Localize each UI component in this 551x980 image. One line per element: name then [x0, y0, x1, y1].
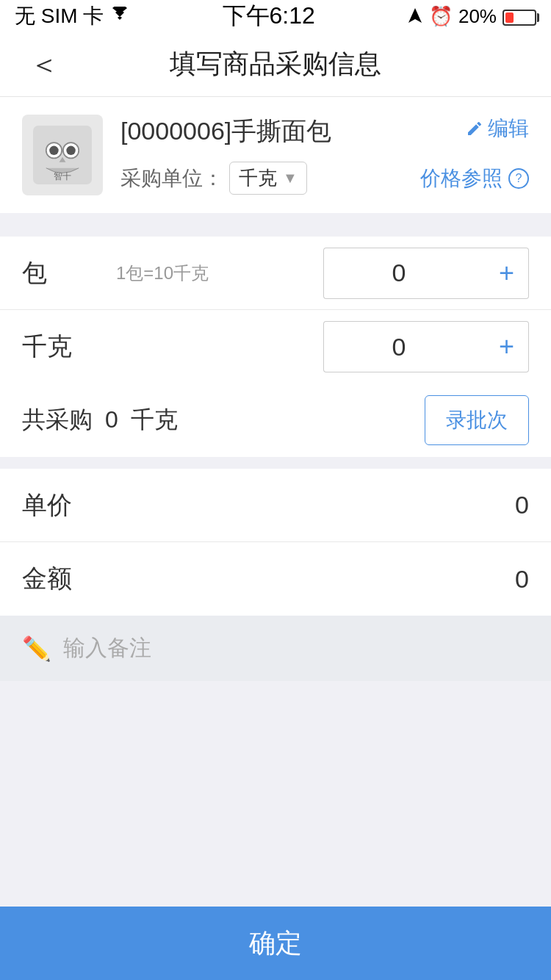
svg-text:?: ? — [516, 172, 522, 184]
svg-point-4 — [66, 146, 75, 155]
amount-label: 金额 — [22, 562, 72, 596]
status-bar-time: 下午6:12 — [223, 0, 315, 32]
bao-input-wrap: + — [323, 248, 529, 299]
unit-label: 采购单位： — [120, 165, 223, 192]
bao-input-section: 包 1包=10千克 + 千克 + — [0, 237, 551, 383]
status-bar-right: ⏰ 20% — [407, 5, 536, 28]
product-unit-row: 采购单位： 千克 ▼ 价格参照 ? — [120, 162, 529, 195]
total-text: 共采购 0 千克 — [22, 404, 425, 436]
battery-percent: 20% — [458, 5, 497, 28]
nav-bar: ＜ 填写商品采购信息 — [0, 32, 551, 97]
bao-sublabel: 1包=10千克 — [116, 262, 323, 285]
wifi-icon — [109, 4, 130, 28]
kg-input-wrap: + — [323, 321, 529, 372]
section-divider-2 — [0, 457, 551, 469]
dropdown-arrow-icon: ▼ — [283, 170, 298, 187]
product-section: 智十 [0000006]手撕面包 编辑 采购单位： 千克 ▼ — [0, 97, 551, 213]
page-title: 填写商品采购信息 — [170, 46, 381, 82]
confirm-button[interactable]: 确定 — [0, 907, 551, 980]
content-area — [0, 681, 551, 901]
product-info: [0000006]手撕面包 编辑 采购单位： 千克 ▼ 价格参照 ? — [120, 115, 529, 195]
back-button[interactable]: ＜ — [22, 37, 66, 92]
unit-selector[interactable]: 千克 ▼ — [229, 162, 307, 195]
location-icon — [407, 5, 423, 28]
price-reference-button[interactable]: 价格参照 ? — [420, 165, 529, 192]
amount-value: 0 — [515, 565, 529, 594]
battery-icon — [503, 5, 536, 28]
product-logo: 智十 — [33, 126, 92, 184]
product-header: [0000006]手撕面包 编辑 — [120, 115, 529, 148]
bao-label: 包 — [22, 256, 110, 290]
remark-section[interactable]: ✏️ 输入备注 — [0, 616, 551, 681]
batch-button[interactable]: 录批次 — [425, 395, 529, 445]
status-bar: 无 SIM 卡 下午6:12 ⏰ 20% — [0, 0, 551, 32]
edit-button[interactable]: 编辑 — [466, 115, 529, 143]
status-bar-left: 无 SIM 卡 — [15, 2, 130, 30]
remark-placeholder: 输入备注 — [63, 633, 151, 663]
unit-price-value: 0 — [515, 491, 529, 519]
kg-input[interactable] — [323, 321, 485, 372]
price-section: 单价 0 金额 0 — [0, 469, 551, 616]
unit-price-row: 单价 0 — [0, 469, 551, 542]
kg-label: 千克 — [22, 330, 110, 364]
unit-value: 千克 — [239, 165, 277, 191]
kg-input-row: 千克 + — [0, 310, 551, 383]
bao-input-row: 包 1包=10千克 + — [0, 237, 551, 310]
svg-point-3 — [49, 146, 58, 155]
alarm-icon: ⏰ — [429, 5, 453, 28]
unit-price-label: 单价 — [22, 489, 72, 522]
amount-row: 金额 0 — [0, 542, 551, 616]
bao-input[interactable] — [323, 248, 485, 299]
kg-plus-button[interactable]: + — [485, 321, 529, 372]
no-sim-text: 无 SIM 卡 — [15, 2, 104, 30]
product-image: 智十 — [22, 115, 103, 195]
section-divider-1 — [0, 225, 551, 237]
pencil-icon: ✏️ — [22, 635, 51, 663]
svg-text:智十: 智十 — [54, 171, 71, 181]
bao-plus-button[interactable]: + — [485, 248, 529, 299]
product-name: [0000006]手撕面包 — [120, 115, 331, 148]
total-batch-section: 共采购 0 千克 录批次 — [0, 383, 551, 457]
